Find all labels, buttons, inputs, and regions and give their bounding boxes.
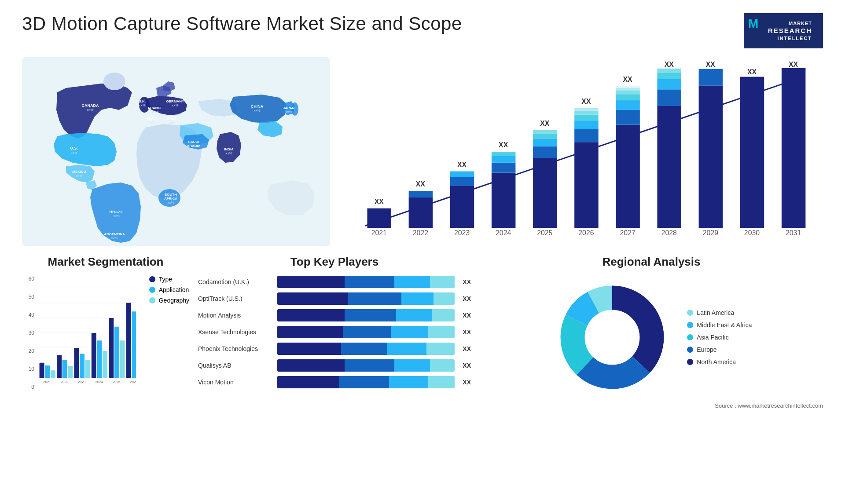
svg-rect-56 <box>699 85 723 228</box>
logo-box: M MARKET RESEARCH INTELLECT <box>744 13 823 48</box>
player-name-motionanalysis: Motion Analysis <box>198 312 273 319</box>
player-phoenix: Phoenix Technologies XX <box>198 343 471 355</box>
svg-text:2028: 2028 <box>661 229 677 237</box>
bar-2022: XX 2022 <box>409 180 433 237</box>
bar-2029: XX 2029 <box>699 61 723 237</box>
source-text: Source : www.marketresearchintellect.com <box>480 402 823 409</box>
legend-item-latin-america: Latin America <box>687 309 752 316</box>
map-label-france: FRANCE <box>148 106 163 110</box>
svg-rect-86 <box>97 340 102 378</box>
legend-dot-latin-america <box>687 310 693 316</box>
bar-chart-wrapper: XX 2021 XX 2022 XX <box>343 57 823 246</box>
svg-text:2026: 2026 <box>130 380 136 384</box>
svg-text:XX: XX <box>747 68 757 76</box>
svg-text:2025: 2025 <box>537 229 552 237</box>
map-label-spain: SPAIN <box>147 117 157 121</box>
legend-geography: Geography <box>149 297 189 304</box>
map-label-mexico: MEXICO <box>72 170 86 174</box>
svg-rect-77 <box>57 355 62 378</box>
svg-rect-94 <box>132 311 136 378</box>
svg-rect-74 <box>45 365 50 378</box>
svg-rect-87 <box>103 351 107 378</box>
legend-dot-europe <box>687 347 693 353</box>
svg-text:2025: 2025 <box>113 380 121 384</box>
map-label-canada: CANADA <box>82 103 99 108</box>
legend-type: Type <box>149 276 189 283</box>
player-name-phoenix: Phoenix Technologies <box>198 345 273 352</box>
legend-dot-north-america <box>687 359 693 365</box>
map-label-india: INDIA <box>224 147 234 151</box>
legend-dot-geography <box>149 297 155 303</box>
svg-rect-35 <box>574 115 599 121</box>
map-value-uk: xx% <box>139 103 145 107</box>
regional-title: Regional Analysis <box>480 255 823 269</box>
player-bar-seg1 <box>277 276 345 288</box>
svg-rect-14 <box>450 186 474 228</box>
player-bar-seg3 <box>394 276 430 288</box>
player-bar-seg4 <box>430 276 455 288</box>
map-value-india: xx% <box>225 151 232 155</box>
svg-rect-37 <box>574 108 599 111</box>
svg-rect-44 <box>616 90 640 94</box>
y-axis: 60 50 40 30 20 10 0 <box>22 276 34 390</box>
svg-text:2024: 2024 <box>496 229 511 237</box>
svg-rect-78 <box>62 360 67 378</box>
svg-rect-21 <box>492 156 516 163</box>
player-bar-optitrack <box>277 292 455 305</box>
player-xsense: Xsense Technologies XX <box>198 326 471 338</box>
map-label-saudi: SAUDI <box>188 140 199 144</box>
map-value-spain: xx% <box>148 121 155 124</box>
map-value-us: xx% <box>70 151 77 155</box>
svg-text:XX: XX <box>665 61 674 68</box>
svg-rect-57 <box>699 69 723 86</box>
svg-rect-15 <box>450 177 474 186</box>
legend-label-latin-america: Latin America <box>697 309 734 316</box>
donut-container: Latin America Middle East & Africa Asia … <box>480 276 823 399</box>
svg-rect-22 <box>492 152 516 156</box>
legend-item-europe: Europe <box>687 346 752 353</box>
svg-text:2023: 2023 <box>454 229 470 237</box>
svg-rect-10 <box>409 197 433 228</box>
bar-2024: XX 2024 <box>492 141 516 237</box>
map-label-uk: U.K. <box>139 99 146 103</box>
legend-label-application: Application <box>159 286 189 293</box>
player-optitrack: OptiTrack (U.S.) XX <box>198 292 471 305</box>
map-value-southafrica: xx% <box>167 201 174 205</box>
svg-rect-51 <box>657 79 681 90</box>
y-label-30: 30 <box>22 330 34 336</box>
legend-item-north-america: North America <box>687 358 752 365</box>
legend-dot-type <box>149 276 155 282</box>
svg-rect-79 <box>68 366 73 378</box>
map-value-argentina: xx% <box>111 236 118 240</box>
svg-rect-53 <box>657 69 681 73</box>
legend-item-asia-pacific: Asia Pacific <box>687 334 752 341</box>
donut-chart-svg <box>551 276 674 399</box>
map-value-japan: xx% <box>285 110 292 114</box>
svg-rect-85 <box>92 333 96 378</box>
svg-rect-33 <box>574 129 599 142</box>
svg-rect-20 <box>492 163 516 173</box>
svg-rect-49 <box>657 106 681 228</box>
svg-rect-27 <box>533 139 557 146</box>
player-bar-xsense <box>277 326 455 338</box>
y-label-10: 10 <box>22 366 34 372</box>
map-label-southafrica2: AFRICA <box>164 197 177 201</box>
svg-text:2030: 2030 <box>744 229 760 237</box>
legend-application: Application <box>149 286 189 293</box>
seg-bars-container: 2021 2022 2023 <box>39 276 136 392</box>
y-label-0: 0 <box>22 384 34 390</box>
svg-text:XX: XX <box>706 61 716 68</box>
player-bar-codamotion <box>277 276 455 288</box>
svg-text:XX: XX <box>416 180 426 188</box>
svg-rect-60 <box>740 77 764 228</box>
legend-dot-middle-east <box>687 322 693 328</box>
top-section: CANADA xx% U.S. xx% MEXICO xx% BRAZIL xx… <box>22 57 823 246</box>
player-value-vicon: XX <box>463 379 471 386</box>
header: 3D Motion Capture Software Market Size a… <box>22 13 823 48</box>
svg-rect-25 <box>533 158 557 228</box>
svg-rect-83 <box>85 360 90 378</box>
regional-legend: Latin America Middle East & Africa Asia … <box>687 309 752 365</box>
svg-rect-93 <box>126 303 131 378</box>
legend-label-type: Type <box>159 276 172 283</box>
svg-rect-73 <box>40 363 44 378</box>
